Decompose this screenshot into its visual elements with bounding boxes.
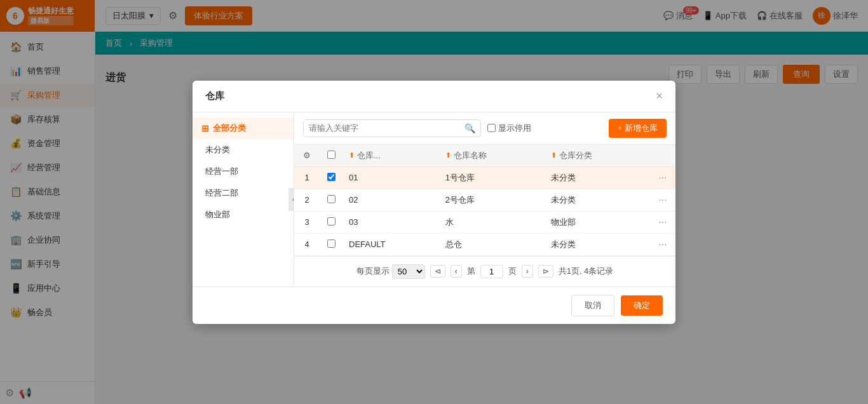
modal-overlay: 仓库 × ⊞ 全部分类 未分类 经营一部 经营二部 bbox=[0, 0, 868, 404]
modal-body: ⊞ 全部分类 未分类 经营一部 经营二部 物业部 « bbox=[193, 112, 675, 286]
modal-footer: 取消 确定 bbox=[193, 286, 675, 324]
row-category: 物业部 bbox=[545, 211, 650, 233]
row-no: 1 bbox=[294, 166, 320, 189]
sort-icon-code: ⬆ bbox=[349, 151, 355, 159]
table-row[interactable]: 3 03 水 物业部 ··· bbox=[294, 211, 675, 233]
search-box: 🔍 bbox=[303, 119, 481, 137]
data-table: ⚙ ⬆ 仓库... bbox=[294, 145, 675, 256]
more-icon[interactable]: ··· bbox=[658, 217, 667, 227]
category-item-1[interactable]: 经营一部 bbox=[193, 161, 294, 182]
th-name: ⬆ 仓库名称 bbox=[439, 145, 545, 167]
row-no: 2 bbox=[294, 189, 320, 211]
page-label: 第 bbox=[467, 266, 475, 277]
page-size-select: 每页显示 50 100 200 bbox=[356, 264, 425, 279]
row-category: 未分类 bbox=[545, 189, 650, 211]
row-checkbox[interactable] bbox=[320, 189, 342, 211]
row-code: 02 bbox=[342, 189, 439, 211]
page-unit: 页 bbox=[508, 266, 517, 277]
table-body: 1 01 1号仓库 未分类 ··· 2 02 2号仓库 未分类 ··· 3 03… bbox=[294, 166, 675, 255]
row-more[interactable]: ··· bbox=[650, 211, 675, 233]
table-panel: 🔍 显示停用 + 新增仓库 ⚙ bbox=[294, 112, 675, 286]
row-more[interactable]: ··· bbox=[650, 233, 675, 255]
modal-close-btn[interactable]: × bbox=[656, 90, 663, 103]
show-disabled-checkbox[interactable] bbox=[487, 124, 496, 132]
more-icon[interactable]: ··· bbox=[658, 194, 667, 205]
next-page-btn[interactable]: › bbox=[522, 265, 533, 278]
th-checkbox bbox=[320, 145, 342, 167]
first-page-btn[interactable]: ⊲ bbox=[430, 265, 445, 278]
more-icon[interactable]: ··· bbox=[658, 239, 667, 250]
grid-icon: ⊞ bbox=[201, 123, 209, 133]
row-code: DEFAULT bbox=[342, 233, 439, 255]
prev-page-btn[interactable]: ‹ bbox=[451, 265, 462, 278]
category-item-2[interactable]: 经营二部 bbox=[193, 182, 294, 204]
cancel-btn[interactable]: 取消 bbox=[571, 295, 614, 316]
row-code: 03 bbox=[342, 211, 439, 233]
row-name: 水 bbox=[439, 211, 545, 233]
category-all-item[interactable]: ⊞ 全部分类 bbox=[193, 118, 294, 139]
last-page-btn[interactable]: ⊳ bbox=[538, 265, 553, 278]
th-actions bbox=[650, 145, 675, 167]
row-no: 3 bbox=[294, 211, 320, 233]
th-code: ⬆ 仓库... bbox=[342, 145, 439, 167]
row-name: 总仓 bbox=[439, 233, 545, 255]
modal-title: 仓库 bbox=[205, 90, 224, 102]
page-number-input[interactable] bbox=[480, 265, 503, 278]
table-row[interactable]: 4 DEFAULT 总仓 未分类 ··· bbox=[294, 233, 675, 255]
category-all-label: 全部分类 bbox=[213, 123, 246, 134]
search-input[interactable] bbox=[304, 120, 459, 136]
confirm-btn[interactable]: 确定 bbox=[621, 295, 663, 316]
table-row[interactable]: 2 02 2号仓库 未分类 ··· bbox=[294, 189, 675, 211]
modal-header: 仓库 × bbox=[193, 81, 675, 112]
row-category: 未分类 bbox=[545, 166, 650, 189]
row-no: 4 bbox=[294, 233, 320, 255]
row-code: 01 bbox=[342, 166, 439, 189]
category-item-3[interactable]: 物业部 bbox=[193, 204, 294, 226]
row-checkbox[interactable] bbox=[320, 233, 342, 255]
pagination: 每页显示 50 100 200 ⊲ ‹ 第 页 › ⊳ 共1页, 4条记录 bbox=[294, 256, 675, 286]
row-name: 1号仓库 bbox=[439, 166, 545, 189]
more-icon[interactable]: ··· bbox=[658, 172, 667, 183]
add-warehouse-btn[interactable]: + 新增仓库 bbox=[609, 119, 667, 138]
search-icon[interactable]: 🔍 bbox=[459, 120, 480, 137]
collapse-panel-btn[interactable]: « bbox=[288, 188, 294, 211]
category-item-0[interactable]: 未分类 bbox=[193, 139, 294, 161]
table-header-row: ⚙ ⬆ 仓库... bbox=[294, 145, 675, 167]
row-checkbox[interactable] bbox=[320, 211, 342, 233]
total-info: 共1页, 4条记录 bbox=[559, 266, 614, 277]
show-disabled-label: 显示停用 bbox=[487, 123, 531, 134]
row-name: 2号仓库 bbox=[439, 189, 545, 211]
th-category: ⬆ 仓库分类 bbox=[545, 145, 650, 167]
table-toolbar: 🔍 显示停用 + 新增仓库 bbox=[294, 112, 675, 145]
select-all-checkbox[interactable] bbox=[327, 151, 336, 159]
th-settings: ⚙ bbox=[294, 145, 320, 167]
row-category: 未分类 bbox=[545, 233, 650, 255]
row-more[interactable]: ··· bbox=[650, 189, 675, 211]
category-panel: ⊞ 全部分类 未分类 经营一部 经营二部 物业部 « bbox=[193, 112, 294, 286]
warehouse-modal: 仓库 × ⊞ 全部分类 未分类 经营一部 经营二部 bbox=[193, 81, 675, 324]
sort-icon-category: ⬆ bbox=[551, 151, 557, 159]
row-more[interactable]: ··· bbox=[650, 166, 675, 189]
sort-icon-name: ⬆ bbox=[445, 151, 451, 159]
page-size-dropdown[interactable]: 50 100 200 bbox=[392, 264, 425, 279]
row-checkbox[interactable] bbox=[320, 166, 342, 189]
table-row[interactable]: 1 01 1号仓库 未分类 ··· bbox=[294, 166, 675, 189]
